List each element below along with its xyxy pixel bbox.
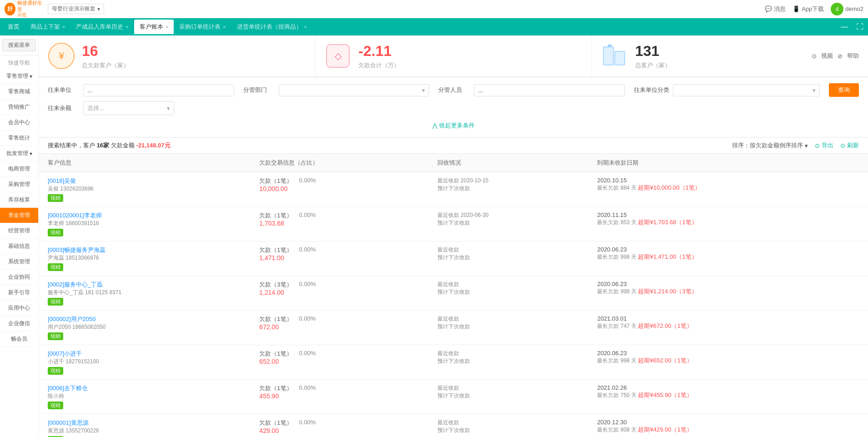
overdue-amount-2[interactable]: 超期¥1,471.00（1笔） [638, 253, 697, 260]
tab-close-icon[interactable]: × [166, 24, 168, 30]
industry-selector[interactable]: 母婴行业演示账套 ▾ [43, 4, 765, 14]
debt-amount-6[interactable]: 455.90 [259, 392, 292, 400]
sidebar-item-operations[interactable]: 经营管理 [0, 223, 38, 239]
sidebar-item-new-guide[interactable]: 新手引导 [0, 285, 38, 301]
app-download-btn[interactable]: 📱 App下载 [793, 5, 824, 13]
collapse-btn[interactable]: ⋀ 收起更多条件 [48, 120, 859, 131]
overdue-amount-1[interactable]: 超期¥1,703.68（1笔） [638, 219, 697, 226]
sidebar-item-enterprise-wechat[interactable]: 企业微信 [0, 316, 38, 332]
result-actions: 排序：按欠款金额倒序排序 ▾ ⊙ 导出 ⊙ 刷新 [732, 141, 859, 150]
customer-name-7[interactable]: [000001]黄思源 [48, 419, 241, 427]
category-select[interactable]: ▾ [673, 84, 820, 96]
industry-select[interactable]: 母婴行业演示账套 ▾ [48, 4, 104, 14]
debt-count-2: 欠款（1笔） [259, 246, 292, 254]
overdue-amount-0[interactable]: 超期¥10,000.00（1笔） [638, 184, 700, 191]
search-button[interactable]: 查询 [829, 83, 859, 97]
refresh-btn[interactable]: ⊙ 刷新 [840, 141, 859, 150]
tab-inventory-stats[interactable]: 进货单统计表（按商品） × [231, 20, 312, 34]
debt-amount-5[interactable]: 652.00 [259, 358, 292, 365]
tab-maximize-icon[interactable]: ⛶ [854, 23, 866, 31]
manager-label: 分管人员 [438, 86, 470, 94]
balance-select[interactable]: 选择... ▾ [83, 101, 174, 115]
sidebar-item-ecommerce[interactable]: 电商管理 [0, 161, 38, 177]
video-label[interactable]: 视频 [821, 52, 833, 60]
customer-name-6[interactable]: [0006]去下粮仓 [48, 384, 241, 392]
search-menu-btn[interactable]: 搜索菜单 [2, 39, 36, 51]
debt-amount-3[interactable]: 1,214.00 [259, 289, 292, 296]
tab-product-shelf[interactable]: 商品上下架 × [25, 20, 70, 34]
customer-name-5[interactable]: [0007]小进千 [48, 350, 241, 358]
sidebar-item-system[interactable]: 系统管理 [0, 254, 38, 270]
logo-icon: 好 [5, 3, 15, 15]
customer-name-0[interactable]: [0016]吴俊 [48, 177, 241, 185]
customer-name-2[interactable]: [0003]畅捷服务尹海蕊 [48, 246, 241, 254]
overdue-amount-6[interactable]: 超期¥455.90（1笔） [638, 392, 692, 398]
export-btn[interactable]: ⊙ 导出 [815, 141, 833, 150]
tab-close-icon[interactable]: × [304, 24, 307, 30]
sidebar-item-batch-mgmt[interactable]: 批发管理 ▾ [0, 146, 38, 161]
tab-production-history[interactable]: 产成品入库单历史 × [70, 20, 134, 34]
overdue-amount-7[interactable]: 超期¥429.00（1笔） [638, 426, 692, 433]
overdue-days-3: 最长欠款 998 天 [597, 288, 638, 295]
customer-name-1[interactable]: [0001020001]李老师 [48, 211, 241, 220]
help-label[interactable]: 帮助 [847, 52, 859, 60]
sidebar-item-member-center[interactable]: 会员中心 [0, 115, 38, 131]
sidebar-item-enterprise-coop[interactable]: 企业协同 [0, 270, 38, 285]
cell-return-status-3: 最近收款 预计下次收款 [428, 276, 588, 311]
cell-return-status-5: 最近收款 预计下次收款 [428, 345, 588, 380]
sidebar-item-app-center[interactable]: 应用中心 [0, 301, 38, 316]
tab-purchase-order[interactable]: 采购订单统计表 × [174, 20, 231, 34]
filter-manager: 分管人员 ... [438, 84, 625, 96]
debt-percent-2: 0.00% [299, 246, 316, 253]
department-select[interactable]: ▾ [279, 84, 430, 96]
sidebar-item-retail-stats[interactable]: 零售统计 [0, 131, 38, 146]
avatar: d [831, 3, 843, 15]
user-avatar[interactable]: d demo2 [831, 3, 863, 15]
debt-count-5: 欠款（1笔） [259, 350, 292, 358]
debt-amount-1[interactable]: 1,703.68 [259, 220, 292, 227]
tab-close-icon[interactable]: × [62, 24, 65, 30]
chevron-down-icon: ▾ [167, 105, 170, 112]
sidebar-item-inventory[interactable]: 库存核算 [0, 192, 38, 208]
sidebar-item-capital[interactable]: 资金管理 [0, 208, 38, 223]
message-btn[interactable]: 💬 消息 [765, 5, 786, 13]
cell-debt-info-3: 欠款（3笔） 1,214.00 0.00% [250, 276, 428, 311]
quick-nav-label[interactable]: 快捷导航 [0, 55, 38, 69]
overdue-amount-4[interactable]: 超期¥672.00（1笔） [638, 322, 692, 329]
sidebar-item-retail-mall[interactable]: 零售商城 [0, 84, 38, 100]
sidebar-item-marketing[interactable]: 营销推广 [0, 100, 38, 115]
cell-due-date-1: 2020.11.15 最长欠款 853 天 超期¥1,703.68（1笔） [588, 207, 868, 241]
overdue-days-7: 最长欠款 808 天 [597, 427, 638, 433]
overdue-amount-3[interactable]: 超期¥1,214.00（3笔） [638, 288, 697, 295]
table-row: [0003]畅捷服务尹海蕊 尹海蕊 18513066976 现销 欠款（1笔） … [39, 241, 868, 276]
sort-select[interactable]: 排序：按欠款金额倒序排序 ▾ [732, 141, 808, 150]
debt-amount-7[interactable]: 429.00 [259, 427, 292, 434]
customer-name-3[interactable]: [0002]服务中心_丁磊 [48, 281, 241, 289]
cell-debt-info-2: 欠款（1笔） 1,471.00 0.00% [250, 241, 428, 276]
tab-home[interactable]: 首页 [2, 20, 25, 34]
tab-customer-account[interactable]: 客户账本 × [134, 20, 174, 34]
customer-phone-4: 用户2050 18665062050 [48, 323, 241, 331]
sidebar-item-member-plus[interactable]: 畅会员 [0, 332, 38, 347]
sidebar-item-purchase[interactable]: 采购管理 [0, 177, 38, 192]
debt-amount-4[interactable]: 672.00 [259, 323, 292, 331]
tab-close-icon[interactable]: × [125, 24, 128, 30]
sidebar-item-basic-info[interactable]: 基础信息 [0, 239, 38, 254]
supplier-input[interactable]: ... [83, 84, 234, 96]
tab-close-icon[interactable]: × [223, 24, 226, 30]
manager-input[interactable]: ... [474, 84, 625, 96]
total-customers-value: 131 [635, 43, 671, 60]
next-collect-1: 预计下次收款 [437, 219, 579, 227]
customer-tag-6: 现销 [48, 402, 63, 409]
debt-count-7: 欠款（1笔） [259, 419, 292, 427]
sidebar-item-retail-mgmt[interactable]: 零售管理 ▾ [0, 69, 38, 84]
tab-minimize-icon[interactable]: — [838, 23, 850, 31]
debt-amount-0[interactable]: 10,000.00 [259, 185, 292, 192]
cell-due-date-3: 2020.06.23 最长欠款 998 天 超期¥1,214.00（3笔） [588, 276, 868, 311]
overdue-amount-5[interactable]: 超期¥652.00（1笔） [638, 357, 692, 364]
debt-count-4: 欠款（1笔） [259, 315, 292, 323]
debt-count-0: 欠款（1笔） [259, 177, 292, 185]
table-container: 客户信息 欠款交易信息（占比） 回收情况 到期未收款日期 [0016]吴俊 吴俊… [39, 154, 868, 437]
debt-amount-2[interactable]: 1,471.00 [259, 254, 292, 261]
customer-name-4[interactable]: [000002]用户2050 [48, 315, 241, 323]
